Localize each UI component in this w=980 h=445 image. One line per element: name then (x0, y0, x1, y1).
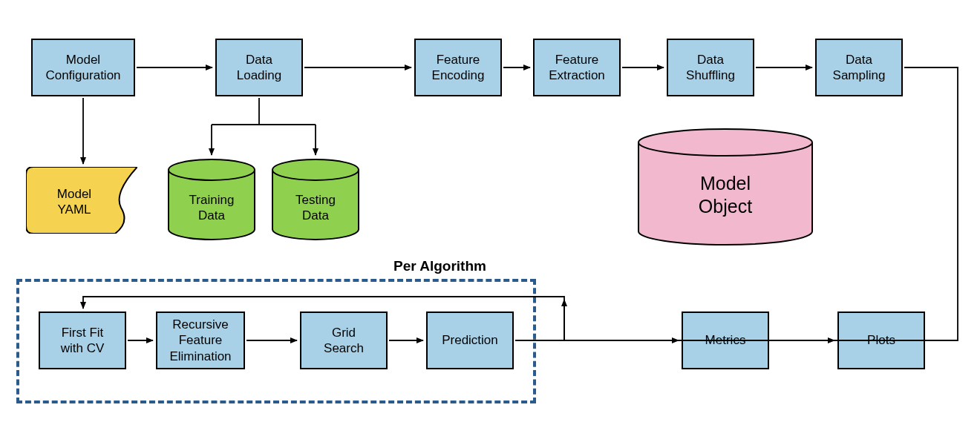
svg-point-1 (272, 159, 359, 180)
first-fit-label: First Fitwith CV (61, 325, 105, 357)
prediction-box: Prediction (426, 312, 514, 369)
metrics-label: Metrics (705, 332, 746, 348)
rfe-label: RecursiveFeatureElimination (169, 317, 231, 364)
grid-search-box: GridSearch (300, 312, 388, 369)
testing-data-label: TestingData (271, 192, 360, 224)
model-object-label: ModelObject (637, 172, 814, 219)
model-configuration-label: ModelConfiguration (45, 52, 120, 84)
training-data-label: TrainingData (167, 192, 256, 224)
metrics-box: Metrics (682, 312, 769, 369)
feature-encoding-label: FeatureEncoding (432, 52, 485, 84)
model-object-db: ModelObject (637, 128, 814, 246)
data-sampling-box: DataSampling (815, 39, 903, 96)
plots-label: Plots (867, 332, 895, 348)
model-yaml-label: ModelYAML (19, 186, 130, 218)
data-sampling-label: DataSampling (833, 52, 886, 84)
feature-encoding-box: FeatureEncoding (414, 39, 502, 96)
model-yaml-doc: ModelYAML (26, 167, 137, 234)
feature-extraction-label: FeatureExtraction (549, 52, 605, 84)
data-shuffling-box: DataShuffling (667, 39, 754, 96)
feature-extraction-box: FeatureExtraction (533, 39, 621, 96)
first-fit-box: First Fitwith CV (39, 312, 126, 369)
per-algorithm-title: Per Algorithm (393, 258, 486, 274)
data-shuffling-label: DataShuffling (686, 52, 735, 84)
rfe-box: RecursiveFeatureElimination (156, 312, 245, 369)
training-data-db: TrainingData (167, 158, 256, 241)
model-configuration-box: ModelConfiguration (31, 39, 135, 96)
grid-search-label: GridSearch (324, 325, 364, 357)
svg-point-2 (638, 129, 812, 156)
data-loading-label: DataLoading (237, 52, 282, 84)
testing-data-db: TestingData (271, 158, 360, 241)
data-loading-box: DataLoading (215, 39, 303, 96)
plots-box: Plots (837, 312, 925, 369)
prediction-label: Prediction (442, 332, 498, 348)
svg-point-0 (169, 159, 255, 180)
